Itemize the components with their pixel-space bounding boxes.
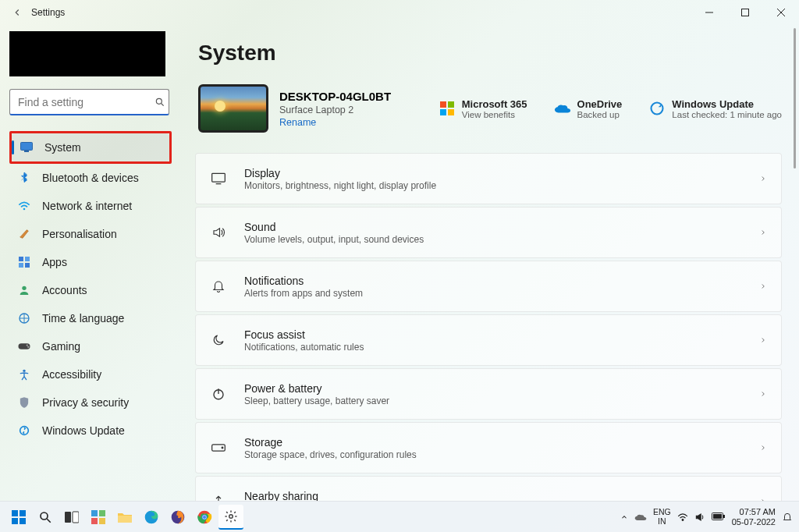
svg-rect-44	[99, 518, 105, 524]
sidebar-item-label: Network & internet	[42, 200, 132, 212]
sidebar-item-label: Privacy & security	[42, 396, 129, 409]
svg-rect-7	[24, 151, 29, 152]
setting-title: Nearby sharing	[244, 490, 399, 502]
svg-rect-45	[118, 516, 132, 523]
close-button[interactable]	[763, 0, 799, 25]
svg-rect-23	[448, 109, 454, 115]
svg-point-30	[222, 447, 223, 449]
minimize-button[interactable]	[691, 0, 727, 25]
sidebar-item-privacy[interactable]: Privacy & security	[9, 388, 172, 417]
svg-line-5	[162, 103, 164, 105]
titlebar: Settings	[0, 0, 799, 25]
sidebar-item-bluetooth[interactable]: Bluetooth & devices	[9, 164, 172, 192]
device-wallpaper-thumbnail[interactable]	[198, 84, 268, 133]
svg-point-18	[23, 370, 25, 372]
tray-clock[interactable]: 07:57 AM05-07-2022	[732, 507, 776, 527]
tray-language[interactable]: ENGIN	[653, 508, 671, 526]
start-button[interactable]	[6, 505, 31, 530]
setting-title: Storage	[244, 436, 417, 449]
setting-display[interactable]: DisplayMonitors, brightness, night light…	[195, 153, 782, 204]
search-input-wrap[interactable]	[9, 89, 169, 115]
setting-title: Focus assist	[244, 328, 364, 341]
sidebar-item-gaming[interactable]: Gaming	[9, 332, 172, 360]
setting-sub: Sleep, battery usage, battery saver	[244, 395, 389, 406]
sidebar: System Bluetooth & devices Network & int…	[0, 25, 181, 501]
svg-rect-35	[12, 518, 18, 524]
cloud-windows-update[interactable]: Windows UpdateLast checked: 1 minute ago	[648, 98, 782, 119]
chevron-right-icon	[759, 442, 767, 453]
sidebar-nav: System Bluetooth & devices Network & int…	[9, 131, 172, 445]
svg-rect-43	[91, 518, 98, 524]
sidebar-item-apps[interactable]: Apps	[9, 248, 172, 276]
svg-rect-56	[713, 514, 722, 519]
tray-chevron-icon[interactable]	[620, 513, 628, 521]
profile-block[interactable]	[9, 31, 165, 76]
shield-icon	[17, 395, 31, 410]
svg-rect-25	[212, 173, 225, 182]
task-view-button[interactable]	[59, 505, 84, 530]
setting-title: Sound	[244, 221, 424, 233]
chevron-right-icon	[759, 335, 767, 346]
sidebar-item-label: Time & language	[42, 312, 124, 325]
sidebar-item-accounts[interactable]: Accounts	[9, 276, 172, 304]
svg-rect-6	[21, 143, 33, 151]
setting-power-battery[interactable]: Power & batterySleep, battery usage, bat…	[195, 368, 782, 420]
setting-list: DisplayMonitors, brightness, night light…	[195, 153, 782, 501]
drive-icon	[210, 439, 227, 456]
cloud-sub: Backed up	[577, 110, 623, 119]
setting-notifications[interactable]: NotificationsAlerts from apps and system	[195, 261, 782, 312]
cloud-sub: View benefits	[462, 110, 527, 119]
widgets-button[interactable]	[86, 505, 111, 530]
search-input[interactable]	[18, 96, 154, 108]
svg-rect-40	[73, 512, 79, 523]
cloud-sub: Last checked: 1 minute ago	[672, 110, 782, 119]
sidebar-item-personalisation[interactable]: Personalisation	[9, 220, 172, 248]
svg-point-13	[22, 286, 26, 290]
main-content: System DESKTOP-04GL0BT Surface Laptop 2 …	[181, 25, 799, 501]
tray-onedrive-icon[interactable]	[634, 512, 647, 522]
svg-rect-9	[19, 257, 23, 261]
sidebar-item-label: Bluetooth & devices	[42, 172, 139, 184]
maximize-button[interactable]	[727, 0, 763, 25]
cloud-title: OneDrive	[577, 98, 623, 110]
cloud-onedrive[interactable]: OneDriveBacked up	[554, 98, 623, 119]
scrollbar[interactable]	[794, 28, 796, 168]
setting-nearby-sharing[interactable]: Nearby sharingDiscoverability, received …	[195, 476, 782, 501]
page-title: System	[198, 41, 782, 66]
sidebar-item-system[interactable]: System	[12, 133, 169, 161]
update-badge-icon	[648, 100, 666, 117]
svg-point-52	[229, 514, 233, 518]
sidebar-item-time-language[interactable]: Time & language	[9, 304, 172, 332]
setting-sub: Monitors, brightness, night light, displ…	[244, 180, 436, 191]
tray-notifications-icon[interactable]	[782, 511, 793, 523]
rename-link[interactable]: Rename	[279, 117, 391, 128]
bluetooth-icon	[17, 171, 31, 185]
chrome-button[interactable]	[192, 505, 217, 530]
sidebar-item-windows-update[interactable]: Windows Update	[9, 417, 172, 445]
tray-battery-icon[interactable]	[712, 512, 726, 521]
setting-sound[interactable]: SoundVolume levels, output, input, sound…	[195, 207, 782, 258]
cloud-title: Microsoft 365	[462, 98, 527, 110]
svg-rect-34	[20, 510, 26, 516]
firefox-button[interactable]	[165, 505, 190, 530]
tray-wifi-icon[interactable]	[677, 512, 688, 522]
svg-rect-10	[25, 257, 30, 261]
sidebar-item-network[interactable]: Network & internet	[9, 192, 172, 220]
search-button[interactable]	[33, 505, 58, 530]
svg-rect-41	[91, 510, 98, 516]
svg-rect-55	[723, 515, 725, 518]
settings-button[interactable]	[218, 505, 243, 530]
setting-sub: Storage space, drives, configuration rul…	[244, 449, 417, 460]
tray-volume-icon[interactable]	[694, 512, 705, 523]
cloud-microsoft-365[interactable]: Microsoft 365View benefits	[439, 98, 527, 119]
sidebar-item-accessibility[interactable]: Accessibility	[9, 360, 172, 388]
file-explorer-button[interactable]	[112, 505, 137, 530]
setting-focus-assist[interactable]: Focus assistNotifications, automatic rul…	[195, 314, 782, 366]
device-info: DESKTOP-04GL0BT Surface Laptop 2 Rename	[279, 90, 391, 128]
back-button[interactable]	[11, 6, 23, 19]
setting-storage[interactable]: StorageStorage space, drives, configurat…	[195, 422, 782, 473]
edge-button[interactable]	[139, 505, 164, 530]
sidebar-item-label: System	[44, 141, 81, 154]
svg-point-51	[203, 515, 206, 518]
svg-rect-33	[12, 510, 18, 516]
